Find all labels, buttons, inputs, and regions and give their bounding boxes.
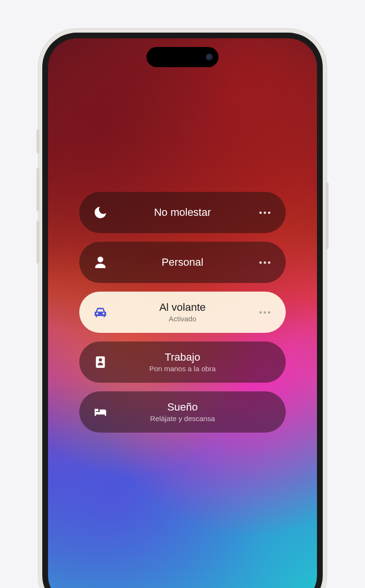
focus-label: Personal [109, 256, 256, 269]
phone-bezel: No molestar Personal [42, 33, 323, 588]
more-button[interactable] [256, 311, 273, 314]
more-button[interactable] [256, 261, 273, 264]
focus-text: Personal [109, 256, 256, 269]
action-button [36, 129, 39, 153]
volume-down-button [36, 221, 39, 264]
focus-item-personal[interactable]: Personal [79, 242, 286, 283]
focus-sublabel: Relájate y descansa [109, 414, 256, 423]
person-icon [92, 254, 109, 271]
focus-label: Trabajo [109, 351, 256, 364]
focus-text: Sueño Relájate y descansa [109, 401, 256, 423]
moon-icon [92, 204, 109, 221]
screen: No molestar Personal [48, 38, 317, 588]
volume-up-button [36, 168, 39, 211]
phone-frame: No molestar Personal [38, 29, 327, 588]
badge-icon [92, 353, 109, 371]
side-button [326, 182, 328, 249]
dynamic-island [146, 47, 219, 67]
focus-label: No molestar [109, 206, 256, 219]
ellipsis-icon [259, 311, 270, 314]
more-button[interactable] [256, 212, 273, 214]
focus-text: No molestar [109, 206, 256, 219]
focus-label: Sueño [109, 401, 256, 413]
focus-item-work[interactable]: Trabajo Pon manos a la obra [79, 341, 286, 383]
focus-mode-list: No molestar Personal [79, 192, 286, 433]
bed-icon [92, 403, 109, 421]
focus-text: Trabajo Pon manos a la obra [109, 351, 256, 373]
ellipsis-icon [259, 261, 270, 264]
car-icon [92, 304, 109, 321]
ellipsis-icon [259, 212, 270, 214]
focus-sublabel: Activado [109, 315, 256, 323]
focus-item-driving[interactable]: Al volante Activado [79, 292, 286, 333]
focus-item-dnd[interactable]: No molestar [79, 192, 286, 233]
focus-text: Al volante Activado [109, 301, 256, 323]
focus-label: Al volante [109, 301, 256, 314]
focus-item-sleep[interactable]: Sueño Relájate y descansa [79, 391, 286, 433]
focus-sublabel: Pon manos a la obra [109, 365, 256, 373]
front-camera [206, 54, 213, 60]
